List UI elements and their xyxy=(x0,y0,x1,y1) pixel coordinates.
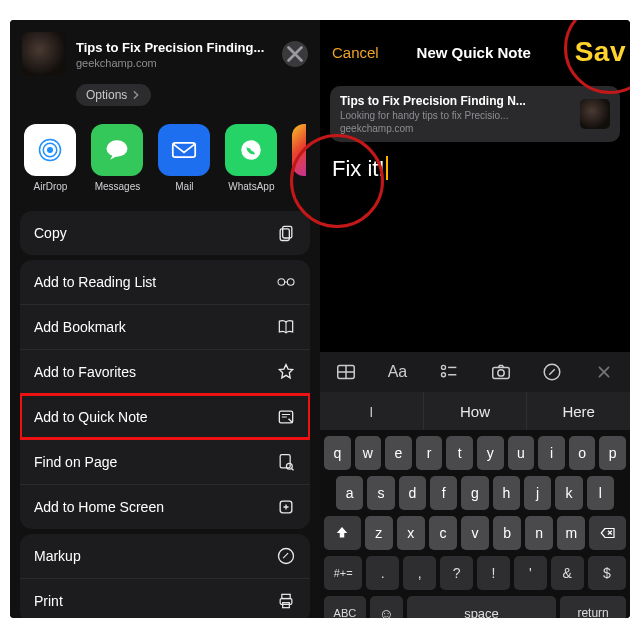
svg-rect-6 xyxy=(283,226,292,238)
key-comma[interactable]: , xyxy=(403,556,436,590)
action-print[interactable]: Print xyxy=(20,578,310,618)
whatsapp-icon xyxy=(236,135,266,165)
key-g[interactable]: g xyxy=(461,476,488,510)
tool-close[interactable] xyxy=(586,361,622,383)
share-thumbnail xyxy=(22,32,66,76)
key-exclaim[interactable]: ! xyxy=(477,556,510,590)
app-airdrop[interactable]: AirDrop xyxy=(24,124,77,192)
link-preview-card[interactable]: Tips to Fix Precision Finding N... Looki… xyxy=(330,86,620,142)
key-r[interactable]: r xyxy=(416,436,443,470)
prediction-2[interactable]: How xyxy=(424,392,528,430)
star-icon xyxy=(274,362,296,382)
key-h[interactable]: h xyxy=(493,476,520,510)
svg-point-2 xyxy=(47,147,53,153)
options-label: Options xyxy=(86,88,127,102)
share-app-row: AirDrop Messages Mail WhatsApp xyxy=(10,106,320,206)
book-icon xyxy=(274,317,296,337)
link-thumbnail xyxy=(580,99,610,129)
action-favorites[interactable]: Add to Favorites xyxy=(20,349,310,394)
key-symbols[interactable]: #+= xyxy=(324,556,362,590)
key-s[interactable]: s xyxy=(367,476,394,510)
key-c[interactable]: c xyxy=(429,516,457,550)
key-amp[interactable]: & xyxy=(551,556,584,590)
link-title: Tips to Fix Precision Finding N... xyxy=(340,94,570,108)
close-button[interactable] xyxy=(282,41,308,67)
key-b[interactable]: b xyxy=(493,516,521,550)
key-u[interactable]: u xyxy=(508,436,535,470)
camera-icon xyxy=(490,361,512,383)
tool-table[interactable] xyxy=(328,361,364,383)
options-button[interactable]: Options xyxy=(76,84,151,106)
x-icon xyxy=(593,361,615,383)
text-cursor xyxy=(386,156,388,180)
key-k[interactable]: k xyxy=(555,476,582,510)
key-m[interactable]: m xyxy=(557,516,585,550)
key-o[interactable]: o xyxy=(569,436,596,470)
app-messages[interactable]: Messages xyxy=(91,124,144,192)
prediction-1[interactable]: I xyxy=(320,392,424,430)
chevron-right-icon xyxy=(131,90,141,100)
keyboard: q w e r t y u i o p a s d f g h j k l xyxy=(320,430,630,618)
key-question[interactable]: ? xyxy=(440,556,473,590)
key-q[interactable]: q xyxy=(324,436,351,470)
key-x[interactable]: x xyxy=(397,516,425,550)
key-apostrophe[interactable]: ' xyxy=(514,556,547,590)
key-row-4: #+= . , ? ! ' & $ xyxy=(324,556,626,590)
key-z[interactable]: z xyxy=(365,516,393,550)
key-dot[interactable]: . xyxy=(366,556,399,590)
svg-rect-11 xyxy=(280,455,290,468)
action-quick-note[interactable]: Add to Quick Note xyxy=(20,394,310,439)
keyboard-predictions: I How Here xyxy=(320,392,630,430)
key-p[interactable]: p xyxy=(599,436,626,470)
action-find[interactable]: Find on Page xyxy=(20,439,310,484)
tool-checklist[interactable] xyxy=(431,361,467,383)
share-title: Tips to Fix Precision Finding... xyxy=(76,40,282,55)
key-d[interactable]: d xyxy=(399,476,426,510)
key-e[interactable]: e xyxy=(385,436,412,470)
key-v[interactable]: v xyxy=(461,516,489,550)
action-copy[interactable]: Copy xyxy=(20,211,310,255)
svg-rect-4 xyxy=(173,143,195,157)
key-shift[interactable] xyxy=(324,516,361,550)
svg-point-5 xyxy=(242,140,262,160)
svg-point-9 xyxy=(287,279,294,286)
svg-point-20 xyxy=(442,373,446,377)
action-home-screen[interactable]: Add to Home Screen xyxy=(20,484,310,529)
key-return[interactable]: return xyxy=(560,596,626,618)
key-dollar[interactable]: $ xyxy=(588,556,626,590)
key-y[interactable]: y xyxy=(477,436,504,470)
add-home-icon xyxy=(274,497,296,517)
tool-markup[interactable] xyxy=(534,361,570,383)
prediction-3[interactable]: Here xyxy=(527,392,630,430)
key-n[interactable]: n xyxy=(525,516,553,550)
key-row-5: ABC ☺ space return xyxy=(324,596,626,618)
notes-toolbar: Aa xyxy=(320,352,630,392)
tool-text-format[interactable]: Aa xyxy=(379,363,415,381)
key-t[interactable]: t xyxy=(446,436,473,470)
markup-icon xyxy=(274,546,296,566)
key-abc[interactable]: ABC xyxy=(324,596,366,618)
svg-rect-7 xyxy=(280,229,289,241)
key-f[interactable]: f xyxy=(430,476,457,510)
app-mail[interactable]: Mail xyxy=(158,124,211,192)
cancel-button[interactable]: Cancel xyxy=(332,44,379,61)
svg-point-19 xyxy=(442,365,446,369)
copy-icon xyxy=(274,223,296,243)
key-l[interactable]: l xyxy=(587,476,614,510)
key-a[interactable]: a xyxy=(336,476,363,510)
key-j[interactable]: j xyxy=(524,476,551,510)
app-whatsapp[interactable]: WhatsApp xyxy=(225,124,278,192)
key-emoji[interactable]: ☺ xyxy=(370,596,403,618)
key-w[interactable]: w xyxy=(355,436,382,470)
key-backspace[interactable] xyxy=(589,516,626,550)
action-reading-list[interactable]: Add to Reading List xyxy=(20,260,310,304)
key-i[interactable]: i xyxy=(538,436,565,470)
save-button[interactable]: Sav xyxy=(575,36,626,68)
key-row-1: q w e r t y u i o p xyxy=(324,436,626,470)
action-markup[interactable]: Markup xyxy=(20,534,310,578)
quick-note-title: New Quick Note xyxy=(417,44,531,61)
tool-camera[interactable] xyxy=(483,361,519,383)
svg-point-3 xyxy=(107,140,128,157)
action-bookmark[interactable]: Add Bookmark xyxy=(20,304,310,349)
key-space[interactable]: space xyxy=(407,596,556,618)
